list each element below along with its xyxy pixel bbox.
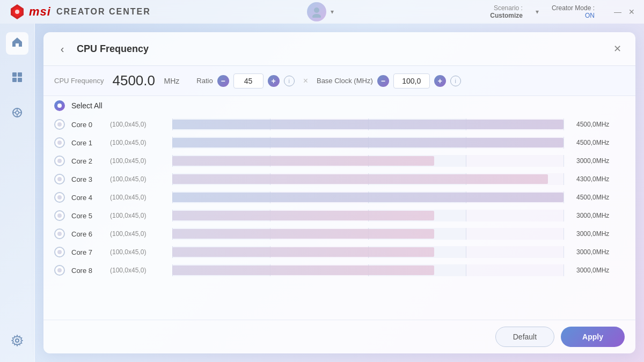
- creator-mode-info: Creator Mode : ON: [552, 4, 595, 19]
- table-row: Core 5(100,0x45,0)3000,0MHz: [43, 206, 635, 225]
- core-3-chart: [172, 173, 564, 185]
- core-8-bar: [172, 265, 434, 275]
- dialog-panel: ‹ CPU Frequency ✕ CPU Frequency 4500.0 M…: [43, 32, 635, 353]
- core-0-name: Core 0: [71, 121, 104, 129]
- ratio-input[interactable]: [233, 73, 264, 88]
- ratio-minus-button[interactable]: −: [217, 75, 229, 87]
- table-row: Core 4(100,0x45,0)4500,0MHz: [43, 188, 635, 206]
- core-8-radio[interactable]: [54, 265, 65, 276]
- base-clock-plus-button[interactable]: +: [434, 75, 446, 87]
- base-clock-info-button[interactable]: i: [450, 76, 461, 86]
- sidebar-item-settings[interactable]: [6, 331, 28, 353]
- table-row: Core 1(100,0x45,0)4500,0MHz: [43, 134, 635, 152]
- core-6-bar: [172, 229, 434, 239]
- core-2-chart: [172, 155, 564, 167]
- default-button[interactable]: Default: [495, 327, 554, 347]
- home-icon: [11, 36, 23, 51]
- table-row: Core 8(100,0x45,0)3000,0MHz: [43, 261, 635, 279]
- core-2-name: Core 2: [71, 157, 104, 165]
- ratio-info-button[interactable]: i: [284, 76, 295, 86]
- core-5-value: 3000,0MHz: [576, 212, 625, 219]
- table-row: Core 3(100,0x45,0)4300,0MHz: [43, 170, 635, 188]
- core-5-chart: [172, 210, 564, 221]
- svg-point-3: [314, 8, 319, 13]
- base-clock-minus-button[interactable]: −: [377, 75, 389, 87]
- core-7-chart: [172, 246, 564, 258]
- core-5-name: Core 5: [71, 212, 104, 220]
- base-clock-label: Base Clock (MHz): [317, 77, 373, 85]
- core-2-bar: [172, 156, 434, 166]
- core-7-name: Core 7: [71, 248, 104, 256]
- core-1-value: 4500,0MHz: [576, 139, 625, 146]
- titlebar-left: msi CREATOR CENTER: [9, 3, 151, 20]
- core-4-chart: [172, 191, 564, 203]
- scenario-value: Customize: [490, 12, 523, 19]
- freq-controls-bar: CPU Frequency 4500.0 MHz Ratio − + i × B…: [43, 66, 635, 96]
- core-8-value: 3000,0MHz: [576, 267, 625, 274]
- cpu-freq-label: CPU Frequency: [54, 77, 104, 85]
- table-row: Core 7(100,0x45,0)3000,0MHz: [43, 243, 635, 261]
- msi-dragon-icon: [9, 3, 26, 20]
- core-4-params: (100,0x45,0): [110, 194, 164, 201]
- core-1-radio[interactable]: [54, 137, 65, 148]
- core-8-name: Core 8: [71, 267, 104, 275]
- core-1-chart: [172, 137, 564, 149]
- msi-logo: msi: [9, 3, 51, 20]
- core-6-radio[interactable]: [54, 228, 65, 239]
- core-2-radio[interactable]: [54, 156, 65, 166]
- core-6-name: Core 6: [71, 230, 104, 238]
- ratio-plus-button[interactable]: +: [268, 75, 280, 87]
- apps-icon: [11, 71, 23, 86]
- window-controls: — ✕: [614, 8, 635, 16]
- core-3-name: Core 3: [71, 175, 104, 183]
- avatar[interactable]: [307, 2, 326, 21]
- cpu-freq-unit: MHz: [164, 77, 179, 85]
- chevron-down-icon[interactable]: ▾: [331, 8, 334, 16]
- settings-icon: [11, 335, 23, 350]
- core-4-radio[interactable]: [54, 192, 65, 203]
- core-5-bar: [172, 211, 434, 220]
- base-clock-input[interactable]: [393, 73, 430, 88]
- dialog-title: CPU Frequency: [77, 43, 149, 55]
- core-7-radio[interactable]: [54, 247, 65, 257]
- core-0-bar: [172, 120, 564, 129]
- core-5-radio[interactable]: [54, 210, 65, 221]
- core-list: Core 0(100,0x45,0)4500,0MHzCore 1(100,0x…: [43, 115, 635, 320]
- core-3-radio[interactable]: [54, 174, 65, 184]
- cpu-freq-value: 4500.0: [112, 72, 155, 89]
- core-3-params: (100,0x45,0): [110, 175, 164, 183]
- table-row: Core 0(100,0x45,0)4500,0MHz: [43, 115, 635, 134]
- apply-button[interactable]: Apply: [561, 327, 625, 347]
- msi-brand-text: msi: [29, 5, 51, 19]
- close-button[interactable]: ✕: [628, 8, 635, 16]
- table-row: Core 6(100,0x45,0)3000,0MHz: [43, 225, 635, 243]
- back-button[interactable]: ‹: [54, 41, 70, 57]
- titlebar: msi CREATOR CENTER ▾ Scenario : Customiz…: [0, 0, 644, 24]
- sidebar-item-monitor[interactable]: [6, 103, 28, 125]
- sidebar-item-apps[interactable]: [6, 68, 28, 90]
- sidebar-item-home[interactable]: [6, 32, 28, 55]
- base-clock-control-group: Base Clock (MHz) − + i: [317, 73, 461, 88]
- scenario-dropdown-icon[interactable]: ▾: [536, 8, 539, 16]
- svg-rect-6: [18, 72, 22, 77]
- svg-point-15: [16, 339, 19, 342]
- main-content: ‹ CPU Frequency ✕ CPU Frequency 4500.0 M…: [35, 24, 644, 362]
- table-row: Core 2(100,0x45,0)3000,0MHz: [43, 152, 635, 170]
- svg-rect-5: [12, 72, 17, 77]
- select-all-label: Select All: [71, 101, 103, 110]
- core-7-params: (100,0x45,0): [110, 248, 164, 256]
- core-0-radio[interactable]: [54, 119, 65, 130]
- core-1-name: Core 1: [71, 139, 104, 147]
- minimize-button[interactable]: —: [614, 8, 621, 16]
- sidebar: [0, 24, 35, 362]
- dialog-footer: Default Apply: [43, 320, 635, 353]
- core-1-bar: [172, 138, 564, 147]
- svg-point-10: [16, 111, 19, 114]
- svg-point-4: [312, 14, 321, 18]
- core-4-bar: [172, 193, 564, 202]
- select-all-radio[interactable]: [54, 100, 65, 111]
- scenario-info: Scenario : Customize: [490, 4, 523, 19]
- dialog-header: ‹ CPU Frequency ✕: [43, 32, 635, 66]
- core-0-value: 4500,0MHz: [576, 121, 625, 128]
- dialog-close-button[interactable]: ✕: [610, 41, 625, 56]
